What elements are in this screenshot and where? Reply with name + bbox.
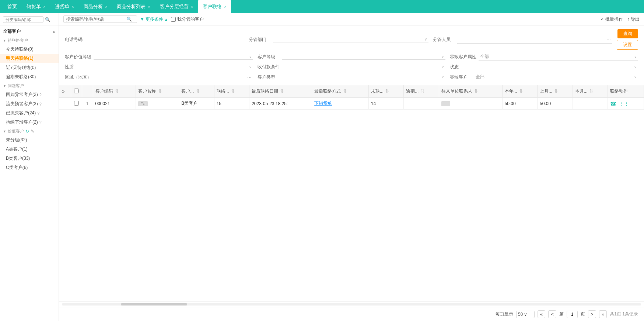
search-icon[interactable]: 🔍 [126,17,132,22]
sort-icon-this-year[interactable]: ⇅ [519,89,523,94]
th-this-month: 本月... ⇅ [573,85,608,98]
sort-icon-unit-contact[interactable]: ⇅ [474,89,478,94]
sort-icon-contact[interactable]: ⇅ [231,89,235,94]
horizontal-scrollbar[interactable] [62,303,641,306]
prev-page-btn[interactable]: < [548,310,556,318]
nav-product-analysis-list[interactable]: 商品分析列表 × [112,0,154,13]
filter-manager-input[interactable]: ··· [457,36,612,44]
sort-icon-last-method[interactable]: ⇅ [343,89,347,94]
td-code: 000021 [93,98,136,110]
nav-product-analysis[interactable]: 商品分析 × [79,0,112,13]
td-checkbox [71,98,82,110]
page-size-select[interactable]: 50 ∨ [516,311,535,318]
filter-phone-input[interactable] [89,36,244,43]
select-all-checkbox[interactable] [74,89,79,93]
nav-close-product-analysis-list[interactable]: × [148,4,150,9]
sidebar-search-area: 🔍 [0,13,59,25]
manager-dots-icon[interactable]: ··· [606,37,611,42]
action-more-icon[interactable]: ⋮⋮ [619,101,629,107]
sidebar-item-churned[interactable]: 已流失客户(24) ? [0,108,59,118]
sidebar-item-declining[interactable]: 持续下滑客户(2) ? [0,118,59,127]
sort-icon-not-contact[interactable]: ⇅ [385,89,389,94]
nav-close-product-analysis[interactable]: × [105,4,107,9]
sidebar-search-icon[interactable]: 🔍 [45,17,50,22]
filter-area-input[interactable]: ··· [94,73,253,81]
nav-sales-order[interactable]: 销货单 × [22,0,50,13]
sidebar-search-input[interactable] [3,16,43,23]
retail-customer-arrow: ∨ [634,75,637,79]
filter-dept-select[interactable]: ∨ [273,37,428,42]
filter-customer-level-select[interactable]: ∨ [282,54,446,60]
total-records: 共1页 1条记录 [610,311,638,317]
customer-value-arrow: ∨ [249,55,252,59]
sidebar-item-a-class[interactable]: A类客户(1) [0,145,59,154]
filter-gender-select[interactable]: ∨ [89,64,253,70]
filter-customer-type-select[interactable]: ∨ [282,74,446,80]
page-number-input[interactable] [567,311,578,318]
nav-home[interactable]: 首页 [3,0,21,13]
nav-close-purchase-order[interactable]: × [71,4,74,9]
action-phone-icon[interactable]: ☎ [610,101,616,107]
th-num [82,85,93,98]
my-customers-check[interactable]: 我分管的客户 [171,16,204,23]
sidebar-item-today-pending[interactable]: 今天待联络(0) [0,45,59,54]
th-checkbox [71,85,82,98]
more-conditions-btn[interactable]: ▼ 更多条件 ▲ [140,16,168,23]
sidebar-item-b-class[interactable]: B类客户(33) [0,154,59,163]
sort-icon-code[interactable]: ⇅ [115,89,119,94]
sidebar-item-churn-warning[interactable]: 流失预警客户(3) ? [0,99,59,108]
area-dots-icon[interactable]: ··· [247,74,252,80]
customer-name-blur: Ea [138,101,147,106]
nav-purchase-order[interactable]: 进货单 × [50,0,78,13]
help-icon-churned[interactable]: ? [37,111,39,115]
sidebar-item-week-pending[interactable]: 近7天待联络(0) [0,63,59,72]
batch-op-btn[interactable]: ✓ 批量操作 [601,16,623,23]
right-actions: ✓ 批量操作 ↑ 导出 [601,16,640,23]
filter-status: 状态 ∨ [450,64,638,70]
filter-retail-attr-select[interactable]: 全部 ∨ [479,53,638,61]
nav-close-customer-tier[interactable]: × [191,4,193,9]
last-page-btn[interactable]: » [599,310,607,318]
filter-payment-select[interactable]: ∨ [282,64,446,70]
nav-customer-tier[interactable]: 客户分层经营 × [155,0,197,13]
my-customers-checkbox[interactable] [171,17,176,22]
filter-customer-level: 客户等级 ∨ [258,54,446,60]
value-section-edit[interactable]: ✎ [31,129,34,134]
sidebar-item-tomorrow-pending[interactable]: 明天待联络(1) [0,54,59,63]
value-section-refresh[interactable]: ↻ [25,129,29,134]
query-button[interactable]: 查询 [617,29,638,38]
sort-icon-last-month[interactable]: ⇅ [554,89,558,94]
help-icon-churn-warning[interactable]: ? [39,102,42,106]
next-page-btn[interactable]: > [588,310,596,318]
th-not-contact: 未联... ⇅ [368,85,403,98]
help-icon-declining[interactable]: ? [39,120,42,125]
export-btn[interactable]: ↑ 导出 [627,16,640,23]
filter-panel: 电话号码 分管部门 ∨ 分管人员 ··· 查询 [59,25,644,85]
nav-close-customer-contact[interactable]: × [224,4,226,9]
filter-retail-customer-select[interactable]: 全部 ∨ [474,73,638,81]
filter-status-select[interactable]: ∨ [474,64,638,70]
row-checkbox[interactable] [74,101,79,106]
nav-customer-contact[interactable]: 客户联络 × [198,0,231,13]
sort-icon-this-month[interactable]: ⇅ [589,89,593,94]
sort-icon-last-date[interactable]: ⇅ [280,89,284,94]
sort-icon-type[interactable]: ⇅ [196,89,200,94]
first-page-btn[interactable]: « [538,310,545,318]
search-input[interactable] [66,17,125,22]
settings-button[interactable]: 设置 [617,40,638,50]
sidebar-item-overdue-pending[interactable]: 逾期未联络(30) [0,72,59,82]
sort-icon-overdue[interactable]: ⇅ [421,89,424,94]
filter-customer-value-select[interactable]: ∨ [94,54,253,60]
td-last-contact-method[interactable]: 下销货单 [312,98,369,110]
table-settings-icon[interactable]: ⚙ [61,89,65,94]
customer-type-arrow: ∨ [441,75,444,79]
help-icon-abnormal[interactable]: ? [39,93,42,97]
sidebar-collapse-btn[interactable]: « [53,29,56,35]
sidebar-item-ungrouped[interactable]: 未分组(32) [0,135,59,145]
sidebar-item-abnormal[interactable]: 回购异常客户(2) ? [0,90,59,99]
scroll-thumb[interactable] [121,303,187,306]
filter-manager: 分管人员 ··· [433,36,612,44]
sidebar-item-c-class[interactable]: C类客户(6) [0,163,59,172]
nav-close-sales-order[interactable]: × [43,4,45,9]
sort-icon-name[interactable]: ⇅ [158,89,162,94]
